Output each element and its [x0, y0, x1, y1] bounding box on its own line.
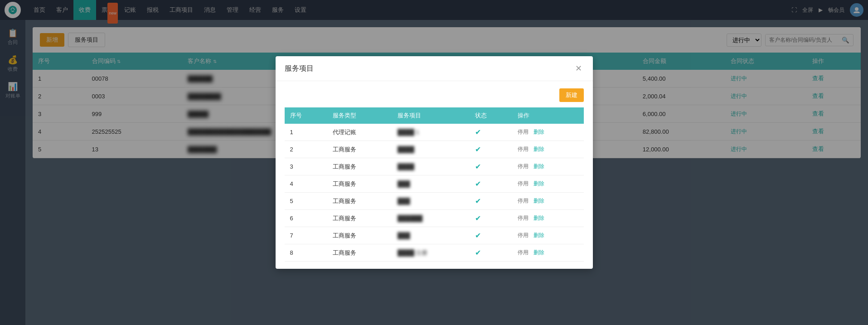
modal-cell-actions: 停用 删除 — [512, 124, 584, 141]
status-check-icon: ✔ — [475, 232, 481, 239]
modal-header: 服务项目 ✕ — [276, 56, 593, 81]
stop-button[interactable]: 停用 — [518, 198, 529, 204]
modal-cell-status: ✔ — [470, 175, 512, 193]
modal-table-container[interactable]: 序号 服务类型 服务项目 状态 操作 1 代理记账 ████ 1 ✔ 停用 删除 — [285, 107, 584, 262]
delete-button[interactable]: 删除 — [533, 163, 544, 170]
modal-table-row: 8 工商服务 ████ 注册 ✔ 停用 删除 — [285, 244, 584, 262]
modal-col-status: 状态 — [470, 107, 512, 124]
status-check-icon: ✔ — [475, 197, 481, 205]
service-items-table: 序号 服务类型 服务项目 状态 操作 1 代理记账 ████ 1 ✔ 停用 删除 — [285, 107, 584, 262]
modal-col-action: 操作 — [512, 107, 584, 124]
modal-cell-seq: 7 — [285, 227, 327, 244]
modal-col-item: 服务项目 — [392, 107, 470, 124]
modal-cell-status: ✔ — [470, 210, 512, 227]
modal-cell-status: ✔ — [470, 193, 512, 210]
modal-cell-seq: 8 — [285, 244, 327, 262]
modal-cell-actions: 停用 删除 — [512, 193, 584, 210]
modal-cell-actions: 停用 删除 — [512, 227, 584, 244]
stop-button[interactable]: 停用 — [518, 249, 529, 256]
status-check-icon: ✔ — [475, 146, 481, 153]
modal-cell-type: 代理记账 — [327, 124, 392, 141]
modal-cell-item: ████ — [392, 141, 470, 158]
modal-cell-item: ███ — [392, 175, 470, 193]
delete-button[interactable]: 删除 — [533, 129, 544, 135]
status-check-icon: ✔ — [475, 180, 481, 188]
modal-table-row: 2 工商服务 ████ ✔ 停用 删除 — [285, 141, 584, 158]
modal-cell-seq: 3 — [285, 158, 327, 175]
modal-table-row: 1 代理记账 ████ 1 ✔ 停用 删除 — [285, 124, 584, 141]
modal-cell-status: ✔ — [470, 244, 512, 262]
modal-table-row: 7 工商服务 ███ ✔ 停用 删除 — [285, 227, 584, 244]
modal-cell-item: ███ — [392, 193, 470, 210]
stop-button[interactable]: 停用 — [518, 163, 529, 170]
modal-col-seq: 序号 — [285, 107, 327, 124]
modal-cell-item: ██████ — [392, 210, 470, 227]
modal-cell-item: ████ 注册 — [392, 244, 470, 262]
modal-cell-item: ████ 1 — [392, 124, 470, 141]
delete-button[interactable]: 删除 — [533, 198, 544, 204]
modal-cell-type: 工商服务 — [327, 227, 392, 244]
delete-button[interactable]: 删除 — [533, 215, 544, 221]
status-check-icon: ✔ — [475, 249, 481, 257]
create-service-button[interactable]: 新建 — [559, 88, 584, 102]
modal-cell-actions: 停用 删除 — [512, 175, 584, 193]
modal-cell-actions: 停用 删除 — [512, 210, 584, 227]
status-check-icon: ✔ — [475, 128, 481, 136]
modal-title: 服务项目 — [285, 64, 314, 73]
modal-cell-item: ████ — [392, 158, 470, 175]
modal-overlay[interactable]: 服务项目 ✕ 新建 序号 服务类型 服务项目 状态 操作 — [0, 0, 868, 325]
stop-button[interactable]: 停用 — [518, 215, 529, 221]
modal-cell-status: ✔ — [470, 141, 512, 158]
status-check-icon: ✔ — [475, 163, 481, 170]
stop-button[interactable]: 停用 — [518, 180, 529, 187]
modal-cell-seq: 2 — [285, 141, 327, 158]
stop-button[interactable]: 停用 — [518, 232, 529, 238]
modal-table-row: 4 工商服务 ███ ✔ 停用 删除 — [285, 175, 584, 193]
delete-button[interactable]: 删除 — [533, 232, 544, 238]
modal-cell-seq: 1 — [285, 124, 327, 141]
modal-cell-seq: 6 — [285, 210, 327, 227]
modal-cell-actions: 停用 删除 — [512, 141, 584, 158]
modal-cell-actions: 停用 删除 — [512, 244, 584, 262]
stop-button[interactable]: 停用 — [518, 146, 529, 152]
modal-table-row: 6 工商服务 ██████ ✔ 停用 删除 — [285, 210, 584, 227]
modal-cell-status: ✔ — [470, 227, 512, 244]
modal-cell-type: 工商服务 — [327, 141, 392, 158]
modal-table-row: 3 工商服务 ████ ✔ 停用 删除 — [285, 158, 584, 175]
modal-cell-seq: 5 — [285, 193, 327, 210]
status-check-icon: ✔ — [475, 214, 481, 222]
service-items-modal: 服务项目 ✕ 新建 序号 服务类型 服务项目 状态 操作 — [276, 56, 593, 269]
modal-toolbar: 新建 — [285, 88, 584, 102]
delete-button[interactable]: 删除 — [533, 146, 544, 152]
modal-cell-actions: 停用 删除 — [512, 158, 584, 175]
modal-table-row: 5 工商服务 ███ ✔ 停用 删除 — [285, 193, 584, 210]
modal-col-type: 服务类型 — [327, 107, 392, 124]
modal-cell-seq: 4 — [285, 175, 327, 193]
modal-cell-type: 工商服务 — [327, 175, 392, 193]
modal-cell-type: 工商服务 — [327, 158, 392, 175]
delete-button[interactable]: 删除 — [533, 180, 544, 187]
modal-close-button[interactable]: ✕ — [573, 63, 584, 73]
modal-cell-item: ███ — [392, 227, 470, 244]
modal-cell-type: 工商服务 — [327, 244, 392, 262]
modal-cell-status: ✔ — [470, 124, 512, 141]
modal-cell-type: 工商服务 — [327, 193, 392, 210]
delete-button[interactable]: 删除 — [533, 249, 544, 256]
modal-cell-type: 工商服务 — [327, 210, 392, 227]
stop-button[interactable]: 停用 — [518, 129, 529, 135]
modal-cell-status: ✔ — [470, 158, 512, 175]
modal-body: 新建 序号 服务类型 服务项目 状态 操作 — [276, 81, 593, 269]
